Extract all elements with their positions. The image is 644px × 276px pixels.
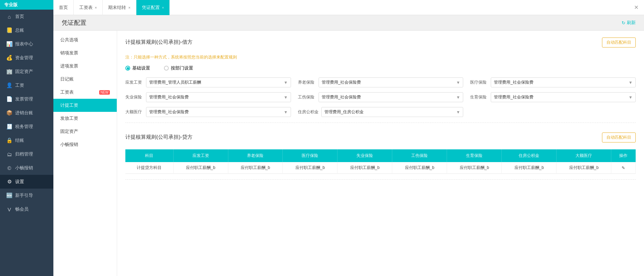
debit-select-sybx[interactable]: 管理费用_社会保险费 ▼ [146,92,291,102]
sidebar-item-reports[interactable]: 📊报表中心 [0,37,53,51]
sidebar-label-funds: 资金管理 [15,55,33,61]
refresh-button[interactable]: ↻ 刷新 [622,20,636,26]
chevron-down-icon: ▼ [456,95,460,100]
tax-icon: 🧾 [6,124,12,130]
tab-close-voucher-config[interactable]: × [162,6,164,10]
debit-label-ylbx2: 医疗保险 [470,79,488,85]
left-nav-sales-invoice[interactable]: 销项发票 [53,46,117,60]
debit-label-syb: 生育保险 [470,94,488,100]
left-nav-accrual-salary[interactable]: 计提工资 [53,99,117,112]
data-cell: 应付职工薪酬_b [557,162,611,174]
debit-form-grid: 应发工资 管理费用_管理人员职工薪酬 ▼ 养老保险 管理费用_社会保险费 ▼ 医… [125,77,636,117]
tab-voucher-config[interactable]: 凭证配置× [136,0,170,15]
col-失业保险: 失业保险 [337,149,392,162]
sidebar-item-invoice-mgmt[interactable]: 📄发票管理 [0,92,53,106]
tab-close-period-close[interactable]: × [128,6,130,10]
sidebar-item-settings[interactable]: ⚙设置 [0,175,53,189]
auto-match-debit-button[interactable]: 自动匹配科目 [602,38,636,47]
sidebar-label-salary: 工资 [15,82,24,88]
section-debit: 计提核算规则(公司承担)-借方 自动匹配科目 注：只能选择一种方式，系统将按照您… [125,38,636,123]
debit-field-gjj: 住房公积金 管理费用_住房公积金 ▼ [298,107,464,117]
closing-icon: 🔒 [6,137,12,144]
debit-label-gjj: 住房公积金 [298,109,319,115]
home-icon: ⌂ [6,14,12,20]
debit-select-dely[interactable]: 管理费用_社会保险费 ▼ [146,107,291,117]
chevron-down-icon: ▼ [284,80,288,85]
left-nav-expense-report[interactable]: 小畅报销 [53,138,117,151]
auto-match-credit-button[interactable]: 自动匹配科目 [602,132,636,142]
left-nav-fixed-assets[interactable]: 固定资产 [53,125,117,138]
data-cell: 应付职工薪酬_b [228,162,283,174]
radio-dept[interactable]: 按部门设置 [164,65,193,71]
debit-select-value-yfgz: 管理费用_管理人员职工薪酬 [149,79,201,85]
sidebar-item-home[interactable]: ⌂首页 [0,10,53,23]
debit-label-dely: 大额医疗 [125,109,143,115]
sidebar-item-salary[interactable]: 👤工资 [0,78,53,92]
radio-basic[interactable]: 基础设置 [125,65,150,71]
sidebar-item-assets[interactable]: 🏢固定资产 [0,65,53,78]
sidebar-label-reports: 报表中心 [15,41,33,47]
tab-home[interactable]: 首页 [53,0,74,15]
left-nav-purchase-invoice[interactable]: 进项发票 [53,60,117,73]
tab-label-home: 首页 [59,4,68,11]
sidebar-item-tax[interactable]: 🧾税务管理 [0,120,53,134]
debit-label-yfgz: 应发工资 [125,79,143,85]
chevron-down-icon: ▼ [456,110,460,115]
debit-field-ylbx2: 医疗保险 管理费用_社会保险费 ▼ [470,77,636,87]
debit-select-ylbx2[interactable]: 管理费用_社会保险费 ▼ [491,77,636,87]
left-nav-public[interactable]: 公共选项 [53,33,117,46]
sidebar-item-ledger[interactable]: 📒总账 [0,23,53,37]
left-nav-label-pay-salary: 发放工资 [60,115,78,121]
data-cell: 应付职工薪酬_b [337,162,392,174]
sidebar-label-tax: 税务管理 [15,124,33,130]
left-nav-label-journal: 日记账 [60,76,74,82]
section2-title: 计提核算规则(公司承担)-贷方 [125,134,193,140]
close-icon[interactable]: ✕ [634,4,638,11]
sidebar-item-xiaochang[interactable]: ©小畅报销 [0,161,53,175]
debit-select-value-ylbx: 管理费用_社会保险费 [322,79,361,85]
debit-field-yfgz: 应发工资 管理费用_管理人员职工薪酬 ▼ [125,77,291,87]
debit-select-gjj[interactable]: 管理费用_住房公积金 ▼ [321,107,464,117]
section-credit: 计提核算规则(公司承担)-贷方 自动匹配科目 科目应发工资养老保险医疗保险失业保… [125,132,636,180]
debit-select-yfgz[interactable]: 管理费用_管理人员职工薪酬 ▼ [146,77,291,87]
sidebar-label-assets: 固定资产 [15,68,33,75]
debit-select-gsbx[interactable]: 管理费用_社会保险费 ▼ [319,92,464,102]
section1-header: 计提核算规则(公司承担)-借方 自动匹配科目 [125,38,636,50]
tab-close-salary-table[interactable]: × [95,6,97,10]
debit-select-value-gjj: 管理费用_住房公积金 [324,109,364,115]
tab-period-close[interactable]: 期末结转× [103,0,136,15]
left-nav-pay-salary[interactable]: 发放工资 [53,112,117,125]
sidebar-label-archive: 归档管理 [15,151,33,157]
section2-header: 计提核算规则(公司承担)-贷方 自动匹配科目 [125,132,636,145]
left-nav-journal[interactable]: 日记账 [53,73,117,86]
right-content: 计提核算规则(公司承担)-借方 自动匹配科目 注：只能选择一种方式，系统将按照您… [117,31,644,276]
radio-basic-circle [125,66,130,71]
debit-select-value-gsbx: 管理费用_社会保险费 [322,94,361,100]
sidebar-item-sales[interactable]: 📦进销台账 [0,106,53,120]
col-科目: 科目 [125,149,173,162]
action-cell[interactable]: ✎ [611,162,636,174]
settings-icon: ⚙ [6,179,12,185]
sidebar-item-guide[interactable]: 🆕新手引导 [0,189,53,202]
sidebar-item-closing[interactable]: 🔒结账 [0,134,53,147]
left-nav-label-purchase-invoice: 进项发票 [60,63,78,69]
xiaochang-icon: © [6,165,12,171]
left-nav-salary-table-nav[interactable]: 工资表NEW [53,86,117,99]
col-大额医疗: 大额医疗 [557,149,611,162]
radio-dept-label: 按部门设置 [171,65,193,71]
left-nav-label-sales-invoice: 销项发票 [60,50,78,56]
sidebar-item-archive[interactable]: 🗂归档管理 [0,147,53,161]
sidebar-item-member[interactable]: V畅会员 [0,202,53,216]
tab-salary-table[interactable]: 工资表× [74,0,103,15]
debit-select-ylbx[interactable]: 管理费用_社会保险费 ▼ [319,77,464,87]
left-nav: 公共选项销项发票进项发票日记账工资表NEW计提工资发放工资固定资产小畅报销 [53,31,117,276]
sidebar-item-funds[interactable]: 💰资金管理 [0,51,53,65]
debit-select-syb[interactable]: 管理费用_社会保险费 ▼ [491,92,636,102]
col-医疗保险: 医疗保险 [283,149,337,162]
debit-label-gsbx: 工伤保险 [298,94,316,100]
tab-label-voucher-config: 凭证配置 [142,4,160,11]
salary-icon: 👤 [6,82,12,88]
data-cell: 应付职工薪酬_b [502,162,557,174]
debit-select-value-ylbx2: 管理费用_社会保险费 [494,79,533,85]
credit-table: 科目应发工资养老保险医疗保险失业保险工伤保险生育保险住房公积金大额医疗操作 计提… [125,149,636,174]
